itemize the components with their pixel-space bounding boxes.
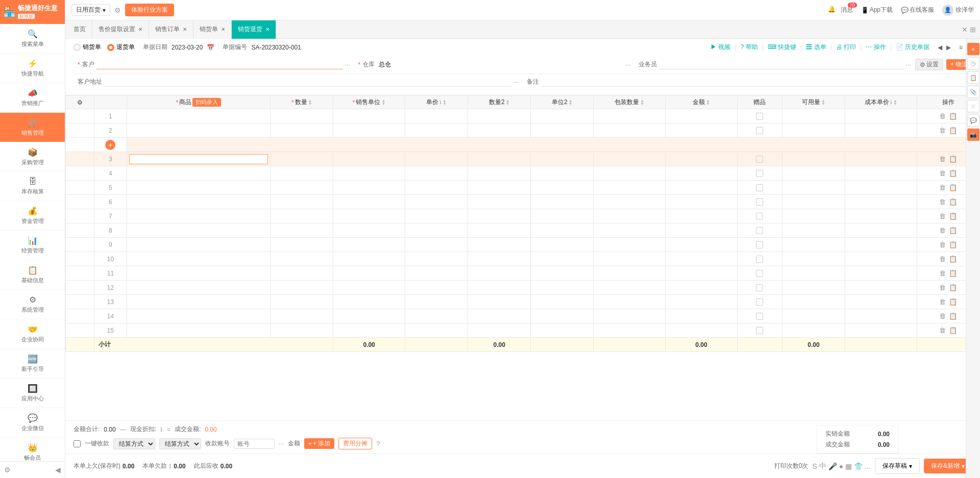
row-12-avail[interactable] xyxy=(782,281,845,295)
gift-checkbox-13[interactable] xyxy=(756,298,763,306)
row-1-delete-icon[interactable]: 🗑 xyxy=(939,112,946,120)
row-14-qty[interactable] xyxy=(271,309,333,323)
row-14-copy-icon[interactable]: 📋 xyxy=(949,312,957,320)
row-2-copy-icon[interactable]: 📋 xyxy=(949,127,957,134)
row-1-unit2[interactable] xyxy=(531,109,594,123)
row-13-avail[interactable] xyxy=(782,295,845,309)
row-1-pkg[interactable] xyxy=(594,109,666,123)
row-8-unit2[interactable] xyxy=(531,223,594,238)
row-9-unit2[interactable] xyxy=(531,238,594,252)
row-11-avail[interactable] xyxy=(782,266,845,281)
sidebar-item-quicknav[interactable]: ⚡ 快捷导航 xyxy=(0,54,65,83)
row-14-avail[interactable] xyxy=(782,309,845,323)
row-2-pkg[interactable] xyxy=(594,123,666,138)
row-14-gift[interactable] xyxy=(737,309,782,323)
row-10-price[interactable] xyxy=(405,252,468,266)
address-input[interactable] xyxy=(104,77,511,87)
row-9-qty2[interactable] xyxy=(468,238,531,252)
action-history[interactable]: 📄 历史单据 xyxy=(896,43,929,52)
row-3-avail[interactable] xyxy=(782,152,845,166)
row-7-cost[interactable] xyxy=(845,209,917,223)
sidebar-item-wechat[interactable]: 💬 企业微信 xyxy=(0,408,65,438)
row-12-unit[interactable] xyxy=(333,281,405,295)
row-5-delete-icon[interactable]: 🗑 xyxy=(939,184,946,191)
side-btn-5[interactable]: ☆ xyxy=(967,100,979,112)
row-9-unit[interactable] xyxy=(333,238,405,252)
row-13-price[interactable] xyxy=(405,295,468,309)
row-2-qty[interactable] xyxy=(271,123,333,138)
row-15-qty2[interactable] xyxy=(468,323,531,338)
row-4-amount[interactable] xyxy=(666,166,738,181)
row-4-avail[interactable] xyxy=(782,166,845,181)
row-8-delete-icon[interactable]: 🗑 xyxy=(939,227,946,234)
row-10-delete-icon[interactable]: 🗑 xyxy=(939,255,946,263)
row-6-price[interactable] xyxy=(405,195,468,209)
row-3-pkg[interactable] xyxy=(594,152,666,166)
row-5-qty2[interactable] xyxy=(468,181,531,195)
row-6-delete-icon[interactable]: 🗑 xyxy=(939,198,946,206)
row-9-gift[interactable] xyxy=(737,238,782,252)
row-13-amount[interactable] xyxy=(666,295,738,309)
row-12-qty2[interactable] xyxy=(468,281,531,295)
row-14-amount[interactable] xyxy=(666,309,738,323)
row-6-cost[interactable] xyxy=(845,195,917,209)
row-7-unit[interactable] xyxy=(333,209,405,223)
warehouse-select-btn[interactable]: ··· xyxy=(625,61,630,68)
row-2-amount[interactable] xyxy=(666,123,738,138)
row-1-gift[interactable] xyxy=(737,109,782,123)
sidebar-item-guide[interactable]: 🆕 新手引导 xyxy=(0,349,65,379)
add-payment-btn[interactable]: + + 添加 xyxy=(304,438,334,449)
row-14-pkg[interactable] xyxy=(594,309,666,323)
row-13-cost[interactable] xyxy=(845,295,917,309)
row-7-product[interactable] xyxy=(127,209,270,223)
row-2-delete-icon[interactable]: 🗑 xyxy=(939,127,946,134)
row-11-amount[interactable] xyxy=(666,266,738,281)
row-7-delete-icon[interactable]: 🗑 xyxy=(939,212,946,220)
sidebar-item-enterprise[interactable]: 🤝 企业协同 xyxy=(0,319,65,349)
row-4-cost[interactable] xyxy=(845,166,917,181)
row-2-product[interactable] xyxy=(127,123,270,138)
row-3-delete-icon[interactable]: 🗑 xyxy=(939,155,946,163)
gift-checkbox-15[interactable] xyxy=(756,327,763,334)
row-2-avail[interactable] xyxy=(782,123,845,138)
row-3-qty2[interactable] xyxy=(468,152,531,166)
row-11-unit2[interactable] xyxy=(531,266,594,281)
gift-checkbox-1[interactable] xyxy=(756,113,763,120)
row-4-product[interactable] xyxy=(127,166,270,181)
row-8-qty[interactable] xyxy=(271,223,333,238)
row-11-gift[interactable] xyxy=(737,266,782,281)
row-4-pkg[interactable] xyxy=(594,166,666,181)
row-13-delete-icon[interactable]: 🗑 xyxy=(939,298,946,306)
toolbar-icon-5[interactable]: ▦ xyxy=(845,462,852,470)
row-9-copy-icon[interactable]: 📋 xyxy=(949,241,957,248)
row-4-gift[interactable] xyxy=(737,166,782,181)
row-15-product[interactable] xyxy=(127,323,270,338)
save-new-button[interactable]: 保存&新增 ▾ xyxy=(924,459,972,473)
toolbar-icon-1[interactable]: S xyxy=(813,462,817,470)
row-13-unit[interactable] xyxy=(333,295,405,309)
row-8-price[interactable] xyxy=(405,223,468,238)
nav-prev[interactable]: ◀ xyxy=(938,44,942,51)
action-select[interactable]: ☰ 选单 xyxy=(806,43,826,52)
row-3-price[interactable] xyxy=(405,152,468,166)
row-8-pkg[interactable] xyxy=(594,223,666,238)
radio-return[interactable]: 退货单 xyxy=(107,43,135,52)
row-10-copy-icon[interactable]: 📋 xyxy=(949,255,957,263)
row-7-pkg[interactable] xyxy=(594,209,666,223)
discount-info-icon[interactable]: ℹ xyxy=(160,426,163,433)
row-13-pkg[interactable] xyxy=(594,295,666,309)
gift-checkbox-7[interactable] xyxy=(756,213,763,220)
row-2-cost[interactable] xyxy=(845,123,917,138)
row-8-amount[interactable] xyxy=(666,223,738,238)
tab-sales-return[interactable]: 销货退货 ✕ xyxy=(232,20,276,39)
tab-close-btn[interactable]: ✕ xyxy=(962,26,968,34)
row-8-gift[interactable] xyxy=(737,223,782,238)
row-12-gift[interactable] xyxy=(737,281,782,295)
toolbar-icon-7[interactable]: ... xyxy=(865,462,871,470)
row-4-unit[interactable] xyxy=(333,166,405,181)
action-help[interactable]: ? 帮助 xyxy=(741,43,758,52)
customer-input[interactable] xyxy=(96,60,343,69)
one-click-pay-checkbox[interactable] xyxy=(74,440,81,447)
account-dots[interactable]: ··· xyxy=(279,440,284,447)
row-15-unit2[interactable] xyxy=(531,323,594,338)
